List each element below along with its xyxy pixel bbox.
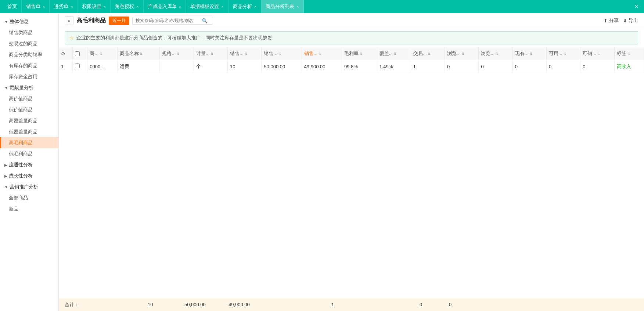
export-button[interactable]: ⬇ 导出 [623, 17, 638, 24]
close-template-tab[interactable]: × [221, 4, 223, 9]
col-tag[interactable]: 标签⇅ [614, 47, 644, 60]
sort-coverage-icon: ⇅ [393, 52, 396, 56]
tab-home[interactable]: 首页 [3, 0, 22, 13]
col-settings[interactable]: ⚙ [59, 47, 73, 60]
data-table-wrapper[interactable]: ⚙ 商...⇅ 商品名称⇅ 规格...⇅ 计量...⇅ 销售...⇅ 销售...… [59, 47, 644, 298]
cell-row-num: 1 [59, 60, 73, 73]
col-sales-cost[interactable]: 销售...⇅ [302, 47, 342, 60]
col-view2[interactable]: 浏览...⇅ [479, 47, 512, 60]
search-icon[interactable]: 🔍 [202, 18, 208, 23]
sort-tag-icon: ⇅ [627, 52, 630, 56]
cell-sales-cost: 49,900.00 [302, 60, 342, 73]
tab-template-settings[interactable]: 单据模板设置 × [186, 0, 228, 13]
cell-checkbox[interactable] [73, 60, 87, 73]
sidebar-item-high-value[interactable]: 高价值商品 [0, 93, 58, 104]
col-spec[interactable]: 规格...⇅ [160, 47, 194, 60]
sidebar-group-marketing[interactable]: ▼ 营销推广分析 [0, 181, 58, 192]
share-button[interactable]: ⬆ 分享 [604, 17, 619, 24]
footer-current-stock: 0 [417, 302, 447, 307]
col-checkbox[interactable] [73, 47, 87, 60]
close-goods-list-tab[interactable]: × [296, 4, 299, 9]
table-row: 1 0000... 运费 个 10 50,000.00 49,900.00 99… [59, 60, 644, 73]
sort-name-icon: ⇅ [140, 52, 143, 56]
sidebar-item-new-goods[interactable]: 新品 [0, 203, 58, 214]
top-navigation: 首页 销售单 × 进货单 × 权限设置 × 角色授权 × 产成品入库单 × 单据… [0, 0, 644, 13]
col-code[interactable]: 商...⇅ [87, 47, 117, 60]
sort-sales-cost-icon: ⇅ [318, 52, 321, 56]
close-permission-tab[interactable]: × [104, 4, 106, 9]
tab-permission[interactable]: 权限设置 × [78, 0, 111, 13]
col-view1[interactable]: 浏览...⇅ [445, 47, 479, 60]
sidebar-group-overall[interactable]: ▼ 整体信息 [0, 16, 58, 27]
sidebar-group-liquidity[interactable]: ▶ 流通性分析 [0, 159, 58, 170]
footer-sales-qty: 10 [145, 302, 182, 307]
col-sales-amount[interactable]: 销售...⇅ [262, 47, 302, 60]
sidebar-item-category-rate[interactable]: 商品分类助销率 [0, 49, 58, 60]
sidebar-item-high-margin[interactable]: 高毛利商品 [0, 137, 58, 148]
sort-view1-icon: ⇅ [461, 52, 464, 56]
footer-trade-count: 1 [329, 302, 359, 307]
header-actions: ⬆ 分享 ⬇ 导出 [604, 17, 638, 24]
tab-role[interactable]: 角色授权 × [111, 0, 143, 13]
cell-code: 0000... [87, 60, 117, 73]
col-sellable-stock[interactable]: 可销...⇅ [580, 47, 614, 60]
sort-sales-qty-icon: ⇅ [244, 52, 247, 56]
sidebar-group-growth[interactable]: ▶ 成长性分析 [0, 170, 58, 181]
col-current-stock[interactable]: 现有...⇅ [512, 47, 546, 60]
tab-goods-analysis-list[interactable]: 商品分析列表 × [261, 0, 303, 13]
col-available-stock[interactable]: 可用...⇅ [546, 47, 580, 60]
cell-trade-count: 1 [411, 60, 445, 73]
footer-spacer4 [388, 302, 417, 307]
close-finished-tab[interactable]: × [179, 4, 181, 9]
group-arrow-marketing: ▼ [4, 185, 8, 189]
footer-sales-cost: 49,900.00 [226, 302, 270, 307]
col-sales-qty[interactable]: 销售...⇅ [228, 47, 262, 60]
col-trade-count[interactable]: 交易...⇅ [411, 47, 445, 60]
main-layout: ▼ 整体信息 销售类商品 交易过的商品 商品分类助销率 有库存的商品 库存资金占… [0, 13, 644, 311]
footer-available-stock: 0 [447, 302, 476, 307]
collapse-sidebar-button[interactable]: « [65, 16, 73, 25]
col-gross-rate[interactable]: 毛利率⇅ [342, 47, 377, 60]
close-sales-tab[interactable]: × [43, 4, 45, 9]
sidebar-item-low-value[interactable]: 低价值商品 [0, 104, 58, 115]
close-goods-analysis-tab[interactable]: × [254, 4, 256, 9]
sort-available-icon: ⇅ [563, 52, 566, 56]
time-filter-button[interactable]: 近一月 [109, 17, 129, 25]
footer-spacer3 [359, 302, 388, 307]
tab-purchase[interactable]: 进货单 × [50, 0, 78, 13]
select-all-checkbox[interactable] [75, 51, 80, 56]
row-checkbox[interactable] [75, 64, 80, 68]
group-arrow-overall: ▼ [4, 20, 8, 24]
sidebar-item-all-goods[interactable]: 全部商品 [0, 192, 58, 203]
cell-view1[interactable]: 0 [445, 60, 479, 73]
cell-gross-rate: 99.8% [342, 60, 377, 73]
sidebar-item-low-margin[interactable]: 低毛利商品 [0, 148, 58, 159]
sidebar-item-in-stock[interactable]: 有库存的商品 [0, 60, 58, 71]
sort-gross-rate-icon: ⇅ [359, 52, 362, 56]
col-unit[interactable]: 计量...⇅ [194, 47, 227, 60]
search-input[interactable] [136, 18, 202, 23]
tab-sales-order[interactable]: 销售单 × [22, 0, 50, 13]
col-coverage[interactable]: 覆盖...⇅ [377, 47, 411, 60]
sidebar-item-traded-goods[interactable]: 交易过的商品 [0, 38, 58, 49]
search-box: 🔍 [132, 17, 213, 25]
sidebar-item-low-coverage[interactable]: 低覆盖量商品 [0, 126, 58, 137]
cell-name: 运费 [117, 60, 160, 73]
sidebar-item-high-coverage[interactable]: 高覆盖量商品 [0, 115, 58, 126]
sort-unit-icon: ⇅ [211, 52, 213, 56]
close-role-tab[interactable]: × [136, 4, 138, 9]
tab-finished-goods[interactable]: 产成品入库单 × [144, 0, 186, 13]
sidebar-group-contribution[interactable]: ▼ 贡献量分析 [0, 82, 58, 93]
col-name[interactable]: 商品名称⇅ [117, 47, 160, 60]
cell-spec [160, 60, 194, 73]
cell-sales-amount: 50,000.00 [262, 60, 302, 73]
close-window-button[interactable]: × [632, 3, 641, 10]
tab-goods-analysis[interactable]: 商品分析 × [229, 0, 261, 13]
sidebar-item-sales-goods[interactable]: 销售类商品 [0, 27, 58, 38]
export-icon: ⬇ [623, 18, 627, 23]
sort-view2-icon: ⇅ [495, 52, 498, 56]
sidebar-item-stock-capital[interactable]: 库存资金占用 [0, 71, 58, 82]
share-icon: ⬆ [604, 18, 608, 23]
info-banner: ☆ 企业的主要的利润都是这部分商品创造的，可考虑加大推广，同时关注库存量是不要出… [65, 31, 638, 44]
close-purchase-tab[interactable]: × [71, 4, 73, 9]
